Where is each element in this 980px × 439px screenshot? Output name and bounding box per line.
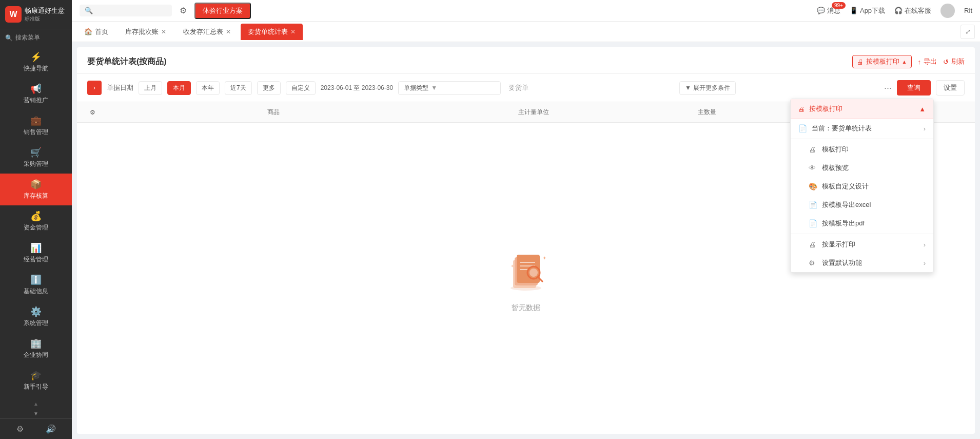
sidebar-nav: ⚡ 快捷导航 📢 营销推广 💼 销售管理 🛒 采购管理 📦 库存核算 💰 资金管… <box>0 46 72 399</box>
topbar-gear-icon[interactable]: ⚙ <box>180 6 187 15</box>
print-icon: 🖨 <box>857 58 864 66</box>
topbar-search-input[interactable] <box>95 7 162 14</box>
sidebar-item-operation[interactable]: 📊 经营管理 <box>0 237 72 269</box>
svg-text:✦: ✦ <box>542 255 546 261</box>
app-download-button[interactable]: 📱 App下载 <box>850 6 885 15</box>
tab-close-receipts[interactable]: ✕ <box>226 28 231 35</box>
tab-batch-account[interactable]: 库存批次账 ✕ <box>118 24 173 40</box>
query-button[interactable]: 查询 <box>897 80 931 96</box>
sidebar-item-quick-nav[interactable]: ⚡ 快捷导航 <box>0 46 72 78</box>
tab-order-stats[interactable]: 要货单统计表 ✕ <box>241 24 303 40</box>
tab-home[interactable]: 🏠 首页 <box>77 24 115 40</box>
nav-icon-quick: ⚡ <box>30 51 42 63</box>
nav-icon-marketing: 📢 <box>30 83 42 94</box>
current-doc-icon: 📄 <box>798 124 807 132</box>
template-pdf-item[interactable]: 📄 按模板导出pdf <box>791 214 933 233</box>
refresh-icon: ↺ <box>943 58 949 66</box>
order-type-label: 要货单 <box>508 83 528 92</box>
expand-more-button[interactable]: ▼ 展开更多条件 <box>679 81 736 95</box>
sidebar-search[interactable]: 🔍 搜索菜单 <box>0 29 72 46</box>
print-dropdown-title: 🖨 按模板打印 <box>798 104 842 113</box>
print-dropdown-collapse-icon[interactable]: ▲ <box>919 105 926 113</box>
date-custom[interactable]: 自定义 <box>286 81 316 95</box>
app-logo: W 畅康通好生意 标准版 <box>0 0 72 29</box>
expand-more-wrapper: ▼ 展开更多条件 <box>536 81 879 95</box>
date-current-year[interactable]: 本年 <box>196 81 220 95</box>
empty-text: 暂无数据 <box>512 303 540 313</box>
nav-icon-basic: ℹ️ <box>30 274 42 285</box>
page-title: 要货单统计表(按商品) <box>87 56 167 67</box>
settings-icon[interactable]: ⚙ <box>16 424 24 434</box>
nav-icon-beginner: 🎓 <box>30 370 42 381</box>
scroll-up-indicator[interactable]: ▲ <box>33 401 38 407</box>
display-print-item[interactable]: 🖨 按显示打印 › <box>791 235 933 254</box>
message-icon: 💬 <box>817 7 825 14</box>
sidebar-item-marketing[interactable]: 📢 营销推广 <box>0 78 72 110</box>
print-arrow-up-icon: ▲ <box>902 59 907 65</box>
topbar-search-icon: 🔍 <box>85 7 93 14</box>
col-product: 商品 <box>100 108 447 117</box>
template-print-item[interactable]: 🖨 模板打印 <box>791 140 933 159</box>
tab-close-batch[interactable]: ✕ <box>161 28 166 35</box>
nav-icon-enterprise: 🏢 <box>30 338 42 349</box>
sidebar-item-sales[interactable]: 💼 销售管理 <box>0 110 72 142</box>
main-area: 🔍 ⚙ 体验行业方案 💬 消息 99+ 📱 App下载 🎧 在线客服 Rit <box>72 0 980 439</box>
filter-toggle-button[interactable]: › <box>87 81 102 95</box>
settings-button[interactable]: 设置 <box>936 80 965 96</box>
print-dropdown: 🖨 按模板打印 ▲ 📄 当前：要货单统计表 › 🖨 模板打印 <box>790 99 934 273</box>
date-current-month[interactable]: 本月 <box>167 81 191 95</box>
sidebar-item-enterprise[interactable]: 🏢 企业协同 <box>0 333 72 365</box>
tab-close-order-stats[interactable]: ✕ <box>290 28 296 35</box>
more-options-button[interactable]: ··· <box>884 83 892 93</box>
template-preview-item[interactable]: 👁 模板预览 <box>791 159 933 177</box>
sidebar-item-beginner[interactable]: 🎓 新手引导 <box>0 365 72 396</box>
print-dropdown-header[interactable]: 🖨 按模板打印 ▲ <box>791 99 933 119</box>
date-more[interactable]: 更多 <box>257 81 281 95</box>
template-design-item[interactable]: 🎨 模板自定义设计 <box>791 177 933 196</box>
logo-text: 畅康通好生意 标准版 <box>25 6 65 23</box>
sidebar-item-finance[interactable]: 💰 资金管理 <box>0 205 72 237</box>
search-icon: 🔍 <box>5 34 13 42</box>
topbar-right: 💬 消息 99+ 📱 App下载 🎧 在线客服 Rit <box>817 4 972 18</box>
trial-button[interactable]: 体验行业方案 <box>194 3 251 19</box>
nav-icon-system: ⚙️ <box>30 306 42 317</box>
message-button[interactable]: 💬 消息 99+ <box>817 6 840 15</box>
date-7days[interactable]: 近7天 <box>225 81 252 95</box>
template-preview-icon: 👁 <box>809 164 817 172</box>
print-template-button[interactable]: 🖨 按模板打印 ▲ <box>852 55 912 68</box>
display-print-sub-arrow: › <box>924 241 926 249</box>
app-icon: 📱 <box>850 7 858 14</box>
col-settings[interactable]: ⚙ <box>85 109 100 116</box>
type-filter-select[interactable]: 单据类型 ▼ <box>398 81 501 95</box>
topbar-search-box[interactable]: 🔍 <box>80 5 172 16</box>
scroll-down-indicator[interactable]: ▼ <box>33 411 38 416</box>
refresh-button[interactable]: ↺ 刷新 <box>943 57 965 66</box>
topbar: 🔍 ⚙ 体验行业方案 💬 消息 99+ 📱 App下载 🎧 在线客服 Rit <box>72 0 980 22</box>
template-pdf-icon: 📄 <box>809 219 817 227</box>
export-button[interactable]: ↑ 导出 <box>918 57 937 66</box>
date-label: 单据日期 <box>107 83 133 92</box>
user-avatar[interactable] <box>940 4 955 18</box>
type-label: 单据类型 <box>404 84 428 92</box>
sidebar-item-system[interactable]: ⚙️ 系统管理 <box>0 301 72 333</box>
default-func-item[interactable]: ⚙ 设置默认功能 › <box>791 254 933 272</box>
tab-receipts-summary[interactable]: 收发存汇总表 ✕ <box>176 24 238 40</box>
empty-illustration: ✦ ✦ <box>500 244 552 296</box>
col-quantity: 主数量 <box>620 108 794 117</box>
speaker-icon[interactable]: 🔊 <box>46 424 56 434</box>
sidebar-item-basic[interactable]: ℹ️ 基础信息 <box>0 269 72 301</box>
template-excel-item[interactable]: 📄 按模板导出excel <box>791 196 933 214</box>
nav-icon-finance: 💰 <box>30 211 42 222</box>
window-expand-button[interactable]: ⤢ <box>961 25 975 39</box>
page-header: 要货单统计表(按商品) 🖨 按模板打印 ▲ ↑ 导出 ↺ 刷新 <box>77 47 975 74</box>
sidebar-bottom: ⚙ 🔊 <box>0 418 72 439</box>
online-service-button[interactable]: 🎧 在线客服 <box>894 6 931 15</box>
chevron-right-icon: › <box>93 84 95 91</box>
sidebar-item-purchase[interactable]: 🛒 采购管理 <box>0 142 72 174</box>
print-current-item[interactable]: 📄 当前：要货单统计表 › <box>791 119 933 138</box>
svg-text:✦: ✦ <box>511 264 514 269</box>
date-last-month[interactable]: 上月 <box>139 81 162 95</box>
nav-icon-inventory: 📦 <box>30 179 42 190</box>
sidebar-item-inventory[interactable]: 📦 库存核算 <box>0 174 72 205</box>
home-icon: 🏠 <box>84 28 92 35</box>
